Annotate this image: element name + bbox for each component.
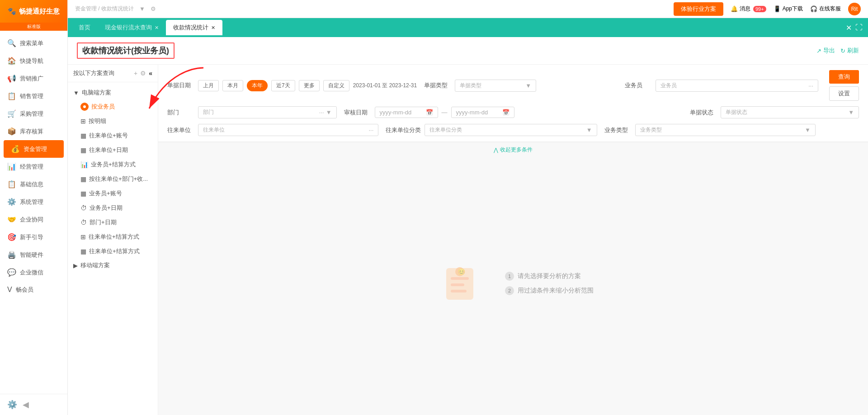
- bell-icon: 🔔: [731, 5, 738, 12]
- sales-icon: 📋: [7, 92, 16, 100]
- biz-type-select[interactable]: 业务类型 ▼: [635, 124, 816, 136]
- sidebar-item-label: 销售管理: [20, 92, 43, 100]
- salesperson-select[interactable]: 业务员 ···: [656, 80, 818, 92]
- collapse-bottom-icon[interactable]: ◀: [23, 400, 29, 410]
- tree-item-label: 按往来单位+部门+收...: [89, 175, 148, 183]
- sidebar-item-finance[interactable]: 💰 资金管理: [4, 140, 64, 158]
- date-options: 上月 本月 本年 近7天 更多 自定义: [198, 80, 349, 91]
- sidebar-item-system[interactable]: ⚙️ 系统管理: [0, 193, 67, 211]
- app-download-btn[interactable]: 📱 App下载: [774, 5, 803, 13]
- enterprise-icon: 🤝: [7, 215, 16, 224]
- salesperson-label: 业务员: [625, 81, 652, 90]
- notifications-btn[interactable]: 🔔 消息 99+: [731, 5, 766, 13]
- audit-date-to[interactable]: yyyy-mm-dd 📅: [451, 107, 514, 118]
- add-scheme-button[interactable]: +: [134, 70, 137, 77]
- sidebar-item-basic[interactable]: 📋 基础信息: [0, 175, 67, 193]
- main-wrapper: 资金管理 / 收款情况统计 ▼ ⚙ 体验行业方案 🔔 消息 99+ 📱 App下…: [68, 0, 868, 415]
- tree-item-by-detail[interactable]: ⊞ 按明细: [68, 114, 158, 128]
- tree-item-dept-date[interactable]: ⏱ 部门+日期: [68, 215, 158, 230]
- collapse-panel-button[interactable]: «: [149, 70, 152, 77]
- tree-item-by-salesperson[interactable]: 按业务员: [68, 99, 158, 114]
- home-icon: 🏠: [7, 57, 16, 65]
- tree-item-salesperson-account[interactable]: ▦ 业务员+账号: [68, 186, 158, 201]
- page-title: 收款情况统计(按业务员): [77, 42, 175, 59]
- tree-item-label: 部门+日期: [90, 218, 117, 226]
- tree-item-partner-settle1[interactable]: ⊞ 往来单位+结算方式: [68, 230, 158, 244]
- query-button[interactable]: 查询: [829, 70, 859, 84]
- sidebar-item-hardware[interactable]: 🖨️ 智能硬件: [0, 246, 67, 264]
- tab-bank-flow-label: 现金银行流水查询: [105, 24, 152, 32]
- industry-plan-btn[interactable]: 体验行业方案: [674, 2, 723, 16]
- empty-tips: 1 请先选择要分析的方案 2 用过滤条件来缩小分析范围: [505, 272, 594, 301]
- chevron-down-icon: ▼: [525, 82, 531, 89]
- close-window-icon[interactable]: ✕: [846, 24, 852, 32]
- bill-type-select[interactable]: 单据类型 ▼: [455, 80, 536, 92]
- dots-icon[interactable]: ···: [319, 109, 324, 116]
- sidebar-item-guide[interactable]: 🎯 新手引导: [0, 228, 67, 246]
- date-btn-last-7days[interactable]: 近7天: [271, 80, 295, 91]
- tree-group-mobile[interactable]: ▶ 移动端方案: [68, 259, 158, 272]
- tab-collection-stats[interactable]: 收款情况统计 ✕: [166, 20, 222, 35]
- page-header: 收款情况统计(按业务员) ↗ 导出 ↻ 刷新: [68, 37, 868, 65]
- maximize-icon[interactable]: ⛶: [855, 24, 863, 32]
- online-service-btn[interactable]: 🎧 在线客服: [810, 5, 841, 13]
- left-panel: 按以下方案查询 + ⚙ « ▼ 电脑端方案 按业务员: [68, 65, 158, 415]
- sidebar-item-wechat[interactable]: 💬 企业微信: [0, 264, 67, 281]
- empty-illustration: 😊: [433, 255, 487, 318]
- partner-select[interactable]: 往来单位 ···: [198, 124, 378, 136]
- sidebar-item-sales[interactable]: 📋 销售管理: [0, 87, 67, 105]
- date-btn-this-month[interactable]: 本月: [222, 80, 243, 91]
- date-btn-this-year[interactable]: 本年: [247, 80, 268, 91]
- tab-home-label: 首页: [79, 24, 90, 32]
- tree-item-partner-settle2[interactable]: ▦ 往来单位+结算方式: [68, 244, 158, 259]
- sidebar-item-label: 系统管理: [20, 198, 43, 206]
- tab-bar-actions: ✕ ⛶: [846, 24, 868, 32]
- sidebar-item-operations[interactable]: 📊 经营管理: [0, 158, 67, 175]
- date-btn-more[interactable]: 更多: [299, 80, 320, 91]
- collapse-conditions-btn[interactable]: ⋀ 收起更多条件: [158, 142, 868, 157]
- tree-item-partner-dept-collect[interactable]: ▦ 按往来单位+部门+收...: [68, 172, 158, 186]
- sidebar-item-enterprise[interactable]: 🤝 企业协同: [0, 211, 67, 228]
- tree-group-pc[interactable]: ▼ 电脑端方案: [68, 86, 158, 99]
- date-btn-last-month[interactable]: 上月: [198, 80, 219, 91]
- sidebar-item-inventory[interactable]: 📦 库存核算: [0, 123, 67, 140]
- sidebar-item-quicknav[interactable]: 🏠 快捷导航: [0, 52, 67, 70]
- partner-category-select[interactable]: 往来单位分类 ▼: [425, 124, 597, 136]
- user-avatar[interactable]: Rit: [848, 3, 861, 15]
- filter-area: 单据日期 上月 本月 本年 近7天 更多 自定义 2023-01-01 至 20…: [158, 65, 868, 142]
- sidebar-item-search[interactable]: 🔍 搜索菜单: [0, 34, 67, 52]
- tab-bank-flow-close[interactable]: ✕: [155, 25, 159, 31]
- settings-bottom-icon[interactable]: ⚙️: [7, 400, 17, 410]
- audit-date-from[interactable]: yyyy-mm-dd 📅: [375, 107, 438, 118]
- dots-icon[interactable]: ···: [368, 127, 373, 133]
- tree-item-partner-date[interactable]: ▦ 往来单位+日期: [68, 143, 158, 157]
- tab-bank-flow[interactable]: 现金银行流水查询 ✕: [98, 20, 166, 35]
- date-btn-custom[interactable]: 自定义: [323, 80, 349, 91]
- search-icon: 🔍: [7, 39, 16, 47]
- dots-icon[interactable]: ···: [808, 82, 813, 89]
- app-download-label: App下载: [783, 5, 803, 13]
- tab-home[interactable]: 首页: [71, 20, 98, 35]
- settings-button[interactable]: 设置: [829, 86, 859, 101]
- tree-item-partner-account[interactable]: ▦ 往来单位+账号: [68, 128, 158, 143]
- bill-status-select[interactable]: 单据状态 ▼: [721, 106, 859, 118]
- tree-item-label: 往来单位+账号: [89, 132, 128, 140]
- tree-item-salesperson-date[interactable]: ⏱ 业务员+日期: [68, 201, 158, 215]
- bar-icon: 📊: [80, 161, 88, 168]
- right-content: 单据日期 上月 本月 本年 近7天 更多 自定义 2023-01-01 至 20…: [158, 65, 868, 415]
- refresh-button[interactable]: ↻ 刷新: [840, 47, 859, 55]
- settings-icon[interactable]: ⚙: [151, 5, 156, 12]
- sidebar-item-marketing[interactable]: 📢 营销推广: [0, 70, 67, 87]
- sidebar-item-member[interactable]: V 畅会员: [0, 281, 67, 298]
- tree-item-salesperson-settle[interactable]: 📊 业务员+结算方式: [68, 157, 158, 172]
- export-icon: ↗: [816, 47, 821, 54]
- inventory-icon: 📦: [7, 127, 16, 136]
- scheme-settings-button[interactable]: ⚙: [140, 70, 146, 77]
- basic-icon: 📋: [7, 180, 16, 189]
- export-button[interactable]: ↗ 导出: [816, 47, 835, 55]
- clock-icon: ⏱: [80, 219, 87, 226]
- sidebar-item-purchase[interactable]: 🛒 采购管理: [0, 105, 67, 123]
- dept-select[interactable]: 部门 ··· ▼: [198, 106, 337, 118]
- sidebar-item-label: 营销推广: [20, 75, 43, 83]
- tab-collection-stats-close[interactable]: ✕: [211, 25, 215, 31]
